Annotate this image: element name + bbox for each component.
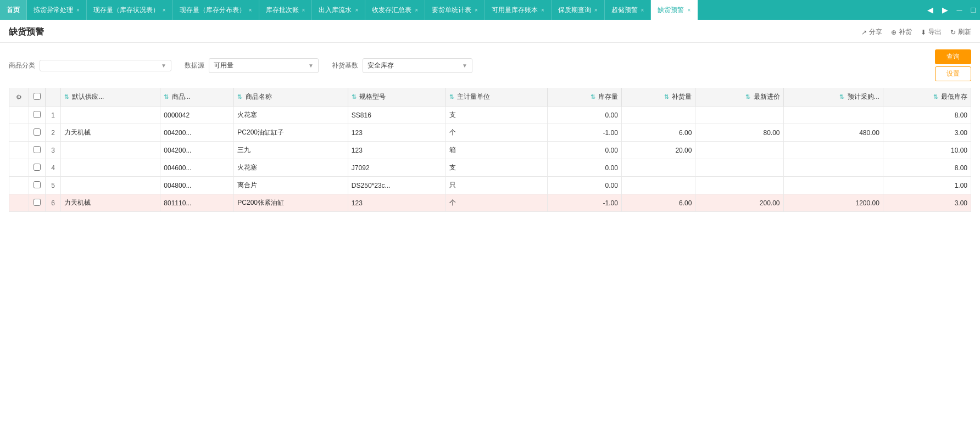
th-settings[interactable]: ⚙ [9,88,29,107]
tab-exception[interactable]: 拣货异常处理 × [27,0,87,20]
tab-shortage[interactable]: 缺货预警 × [651,0,698,20]
row-spec-4: DS250*23c... [348,177,446,194]
close-exception-tab[interactable]: × [76,7,80,13]
th-goods-name[interactable]: ⇅ 商品名称 [234,88,348,107]
close-inventory-dist-tab[interactable]: × [249,7,252,13]
row-checkbox-cell-3[interactable] [29,159,46,177]
tab-next-button[interactable]: ▶ [938,5,953,14]
close-available-ledger-tab[interactable]: × [541,7,544,13]
th-goods-code[interactable]: ⇅ 商品... [160,88,234,107]
sort-goods-name-icon: ⇅ [237,93,242,100]
row-spec-3: J7092 [348,159,446,177]
table-row: 6 力天机械 801110... PC200张紧油缸 123 个 -1.00 6… [9,194,971,212]
replenish-base-select-value: 安全库存 [368,61,462,70]
th-est-purchase[interactable]: ⇅ 预计采购... [783,88,883,107]
row-goods-code-1: 004200... [160,124,234,142]
row-unit-1: 个 [446,124,548,142]
tab-inout-flow[interactable]: 出入库流水 × [312,0,365,20]
tab-maximize-button[interactable]: □ [967,5,980,14]
row-checkbox-2[interactable] [34,146,41,153]
row-est-purchase-4 [783,177,883,194]
tab-receipt-summary[interactable]: 收发存汇总表 × [365,0,425,20]
close-order-stats-tab[interactable]: × [475,7,478,13]
replenish-button[interactable]: ⊕ 补货 [891,27,912,37]
th-supplier[interactable]: ⇅ 默认供应... [61,88,160,107]
filter-bar: 商品分类 ▼ 数据源 可用量 ▼ 补货基数 安全库存 ▼ 查询 设置 [0,43,980,88]
row-checkbox-cell-4[interactable] [29,177,46,194]
table-settings-icon[interactable]: ⚙ [16,93,22,101]
tab-minimize-button[interactable]: ─ [953,5,967,14]
tab-available-ledger[interactable]: 可用量库存账本 × [485,0,552,20]
datasource-filter-group: 数据源 可用量 ▼ [185,58,319,73]
replenish-base-chevron-down-icon: ▼ [462,63,467,69]
th-latest-price[interactable]: ⇅ 最新进价 [695,88,783,107]
row-replenish-qty-3 [621,159,695,177]
share-button[interactable]: ↗ 分享 [861,27,882,37]
sort-goods-code-icon: ⇅ [164,93,169,100]
category-select[interactable]: ▼ [40,60,171,71]
th-stock[interactable]: ⇅ 库存量 [548,88,622,107]
row-stock-4: 0.00 [548,177,622,194]
row-num-3: 4 [46,159,61,177]
row-latest-price-1: 80.00 [695,124,783,142]
datasource-select[interactable]: 可用量 ▼ [209,58,319,73]
row-stock-2: 0.00 [548,142,622,159]
row-checkbox-cell-5[interactable] [29,194,46,212]
tab-home[interactable]: 首页 [0,0,27,20]
tab-prev-button[interactable]: ◀ [923,5,938,14]
th-min-stock[interactable]: ⇅ 最低库存 [883,88,971,107]
category-chevron-down-icon: ▼ [161,63,166,69]
export-button[interactable]: ⬇ 导出 [921,27,942,37]
tab-overstock[interactable]: 超储预警 × [605,0,652,20]
table-row: 2 力天机械 004200... PC200油缸缸子 123 个 -1.00 6… [9,124,971,142]
row-checkbox-3[interactable] [34,164,41,171]
row-goods-name-0: 火花塞 [234,107,348,124]
select-all-checkbox[interactable] [34,93,41,100]
row-spec-2: 123 [348,142,446,159]
close-batch-account-tab[interactable]: × [302,7,305,13]
table-body: 1 0000042 火花塞 SS816 支 0.00 8.00 2 力天机械 0… [9,107,971,212]
close-expiry-query-tab[interactable]: × [594,7,598,13]
row-settings-0 [9,107,29,124]
sort-min-stock-icon: ⇅ [933,93,938,100]
row-min-stock-1: 3.00 [883,124,971,142]
tab-order-stats[interactable]: 要货单统计表 × [425,0,485,20]
refresh-button[interactable]: ↻ 刷新 [950,27,971,37]
row-supplier-3 [61,159,160,177]
row-settings-5 [9,194,29,212]
close-shortage-tab[interactable]: × [687,7,691,13]
row-settings-4 [9,177,29,194]
row-checkbox-cell-1[interactable] [29,124,46,142]
row-spec-0: SS816 [348,107,446,124]
sort-unit-icon: ⇅ [449,93,454,100]
row-checkbox-1[interactable] [34,128,41,136]
row-min-stock-4: 1.00 [883,177,971,194]
row-checkbox-cell-0[interactable] [29,107,46,124]
tab-inventory-dist[interactable]: 现存量（库存分布表） × [173,0,259,20]
query-button[interactable]: 查询 [935,49,971,64]
row-replenish-qty-2: 20.00 [621,142,695,159]
export-icon: ⬇ [921,29,926,36]
row-unit-5: 个 [446,194,548,212]
th-replenish-qty[interactable]: ⇅ 补货量 [621,88,695,107]
th-unit[interactable]: ⇅ 主计量单位 [446,88,548,107]
row-checkbox-5[interactable] [34,199,41,206]
tab-inventory-status[interactable]: 现存量（库存状况表） × [87,0,173,20]
row-checkbox-0[interactable] [34,111,41,118]
row-unit-2: 箱 [446,142,548,159]
sort-replenish-qty-icon: ⇅ [664,93,669,100]
tab-expiry-query[interactable]: 保质期查询 × [552,0,605,20]
th-checkbox[interactable] [29,88,46,107]
th-spec[interactable]: ⇅ 规格型号 [348,88,446,107]
close-inventory-status-tab[interactable]: × [163,7,166,13]
replenish-base-select[interactable]: 安全库存 ▼ [363,58,472,73]
row-checkbox-cell-2[interactable] [29,142,46,159]
row-stock-0: 0.00 [548,107,622,124]
table-row: 3 004200... 三九 123 箱 0.00 20.00 10.00 [9,142,971,159]
row-checkbox-4[interactable] [34,181,41,188]
close-inout-flow-tab[interactable]: × [355,7,358,13]
settings-button[interactable]: 设置 [935,66,971,81]
close-receipt-summary-tab[interactable]: × [415,7,418,13]
close-overstock-tab[interactable]: × [641,7,644,13]
tab-batch-account[interactable]: 库存批次账 × [259,0,313,20]
